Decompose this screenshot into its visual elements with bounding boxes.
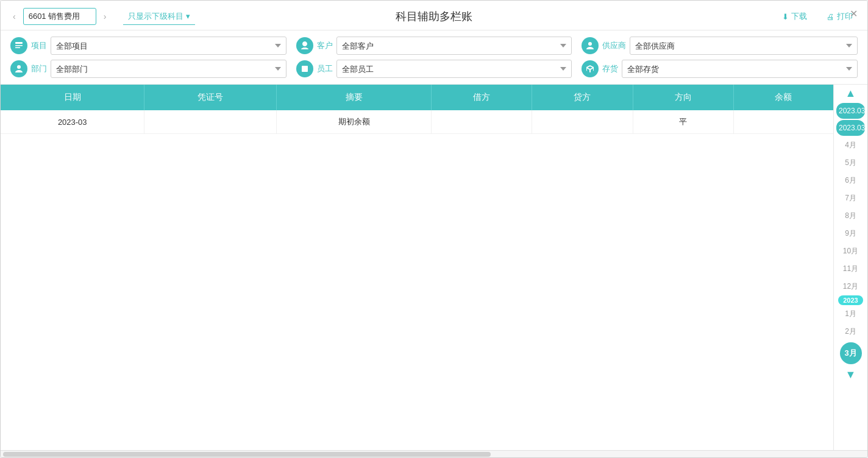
department-select[interactable]: 全部部门: [51, 60, 286, 78]
svg-rect-2: [15, 48, 20, 49]
project-icon: [10, 37, 27, 54]
timeline-item-june[interactable]: 6月: [834, 172, 867, 189]
col-balance: 余额: [733, 85, 833, 110]
svg-point-4: [17, 65, 21, 69]
show-sub-label: 只显示下级科目: [128, 11, 183, 22]
title-bar-right: ⬇ 下载 🖨 打印 ✕: [777, 9, 858, 24]
timeline-item-september[interactable]: 9月: [834, 225, 867, 242]
main-area: 日期 凭证号 摘要 借方 贷方 方向 余额 2023-03期初余额平 ▲ 202…: [1, 85, 867, 450]
department-label: 部门: [31, 63, 47, 74]
timeline-item-march-selected-wrap: 3月: [840, 342, 862, 364]
supplier-label: 供应商: [602, 40, 626, 51]
employee-select[interactable]: 全部员工: [336, 60, 572, 78]
cell-voucher: [144, 110, 277, 134]
cell-balance: [733, 110, 833, 134]
download-icon: ⬇: [782, 12, 789, 21]
inventory-select[interactable]: 全部存货: [622, 60, 858, 78]
supplier-icon: [582, 37, 599, 54]
cell-date: 2023-03: [1, 110, 144, 134]
timeline-item-october[interactable]: 10月: [834, 242, 867, 260]
next-account-button[interactable]: ›: [101, 10, 109, 23]
ledger-table: 日期 凭证号 摘要 借方 贷方 方向 余额 2023-03期初余额平: [1, 85, 833, 134]
print-icon: 🖨: [827, 12, 834, 21]
svg-rect-0: [15, 42, 23, 44]
year-badge-2023-wrap: 2023: [834, 295, 867, 305]
title-bar: ‹ 6601 销售费用 › 只显示下级科目 ▾ 科目辅助多栏账 ⬇ 下载 🖨 打…: [1, 1, 867, 30]
customer-label: 客户: [317, 40, 333, 51]
page-title: 科目辅助多栏账: [396, 9, 472, 24]
svg-rect-5: [302, 66, 308, 72]
filter-bar: 项目 全部项目 客户 全部客户 供应商: [1, 30, 867, 85]
filter-employee: 员工 全部员工: [296, 60, 572, 78]
title-bar-left: ‹ 6601 销售费用 › 只显示下级科目 ▾: [10, 8, 195, 25]
col-credit: 贷方: [532, 85, 633, 110]
employee-label: 员工: [317, 63, 333, 74]
filter-department: 部门 全部部门: [10, 60, 286, 78]
project-select[interactable]: 全部项目: [51, 37, 286, 55]
dropdown-arrow-icon: ▾: [186, 12, 190, 21]
cell-summary: 期初余额: [277, 110, 432, 134]
col-date: 日期: [1, 85, 144, 110]
filter-inventory: 存货 全部存货: [582, 60, 858, 78]
show-sub-button[interactable]: 只显示下级科目 ▾: [123, 9, 195, 25]
close-button[interactable]: ✕: [850, 8, 858, 19]
account-code: 6601 销售费用: [23, 8, 96, 25]
col-direction: 方向: [633, 85, 733, 110]
table-wrapper[interactable]: 日期 凭证号 摘要 借方 贷方 方向 余额 2023-03期初余额平: [1, 85, 833, 450]
svg-rect-6: [303, 68, 307, 69]
timeline-up-button[interactable]: ▲: [834, 85, 867, 102]
filter-customer: 客户 全部客户: [296, 37, 572, 55]
timeline-item-november[interactable]: 11月: [834, 260, 867, 278]
timeline-item-july[interactable]: 7月: [834, 189, 867, 207]
filter-project: 项目 全部项目: [10, 37, 286, 55]
customer-icon: [296, 37, 313, 54]
horizontal-scrollbar[interactable]: [1, 450, 867, 457]
timeline-item-2023-03-top[interactable]: 2023.03: [836, 103, 865, 119]
table-header-row: 日期 凭证号 摘要 借方 贷方 方向 余额: [1, 85, 833, 110]
col-summary: 摘要: [277, 85, 432, 110]
timeline-panel: ▲ 2023.03 2023.03 4月 5月 6月 7月 8月 9月 10月 …: [833, 85, 867, 450]
timeline-item-april[interactable]: 4月: [834, 136, 867, 154]
download-label: 下载: [791, 11, 807, 22]
department-icon: [10, 60, 27, 77]
download-button[interactable]: ⬇ 下载: [777, 9, 812, 24]
timeline-item-2023-03-second[interactable]: 2023.03: [836, 120, 865, 136]
timeline-item-august[interactable]: 8月: [834, 207, 867, 225]
cell-debit: [431, 110, 532, 134]
timeline-item-feb[interactable]: 2月: [834, 323, 867, 340]
table-row[interactable]: 2023-03期初余额平: [1, 110, 833, 134]
employee-icon: [296, 60, 313, 77]
svg-rect-7: [303, 69, 305, 71]
svg-rect-1: [15, 45, 23, 46]
col-voucher: 凭证号: [144, 85, 277, 110]
timeline-down-button[interactable]: ▼: [834, 366, 867, 384]
customer-select[interactable]: 全部客户: [336, 37, 572, 55]
inventory-label: 存货: [602, 63, 618, 74]
main-window: ‹ 6601 销售费用 › 只显示下级科目 ▾ 科目辅助多栏账 ⬇ 下载 🖨 打…: [0, 0, 868, 458]
timeline-item-jan[interactable]: 1月: [834, 305, 867, 323]
col-debit: 借方: [431, 85, 532, 110]
scrollbar-thumb: [3, 452, 491, 457]
prev-account-button[interactable]: ‹: [10, 10, 18, 23]
cell-credit: [532, 110, 633, 134]
svg-point-3: [588, 42, 592, 46]
inventory-icon: [582, 60, 599, 77]
filter-supplier: 供应商 全部供应商: [582, 37, 858, 55]
supplier-select[interactable]: 全部供应商: [630, 37, 858, 55]
timeline-item-december[interactable]: 12月: [834, 278, 867, 295]
cell-direction: 平: [633, 110, 733, 134]
project-label: 项目: [31, 40, 47, 51]
timeline-item-may[interactable]: 5月: [834, 154, 867, 172]
year-badge-2023[interactable]: 2023: [838, 295, 863, 305]
timeline-item-march-selected[interactable]: 3月: [840, 342, 862, 364]
